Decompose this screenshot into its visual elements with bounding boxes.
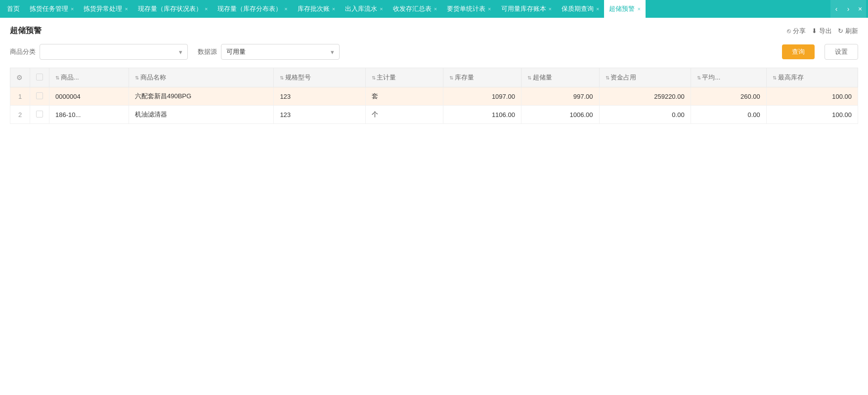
avg-price: 260.00 xyxy=(691,87,766,106)
th-product-code[interactable]: ⇅ 商品... xyxy=(49,68,129,87)
row-number: 2 xyxy=(10,106,30,124)
stock-qty: 1097.00 xyxy=(443,87,521,106)
close-icon[interactable]: × xyxy=(284,6,287,12)
refresh-icon: ↻ xyxy=(838,27,843,35)
nav-summary-table[interactable]: 收发存汇总表 × xyxy=(388,0,442,18)
page-content: 超储预警 ⎋ 分享 ⬇ 导出 ↻ 刷新 商品分类 ▾ 数据源 xyxy=(0,18,868,395)
nav-overstock-warning[interactable]: 超储预警 × xyxy=(604,0,645,18)
close-icon[interactable]: × xyxy=(637,6,640,12)
nav-next-button[interactable]: › xyxy=(842,0,854,18)
th-capital[interactable]: ⇅ 资金占用 xyxy=(599,68,691,87)
th-stock[interactable]: ⇅ 库存量 xyxy=(443,68,521,87)
product-spec: 123 xyxy=(274,87,365,106)
datasource-label: 数据源 xyxy=(198,47,217,56)
nav-order-stats[interactable]: 要货单统计表 × xyxy=(442,0,496,18)
avg-price: 0.00 xyxy=(691,106,766,124)
nav-close-all-button[interactable]: × xyxy=(854,0,866,18)
close-icon[interactable]: × xyxy=(549,6,552,12)
export-icon: ⬇ xyxy=(812,27,817,35)
query-button[interactable]: 查询 xyxy=(782,44,815,59)
chevron-down-icon: ▾ xyxy=(331,48,334,56)
category-filter-group: 商品分类 ▾ xyxy=(10,44,188,60)
category-select[interactable]: ▾ xyxy=(40,44,188,60)
overstock-qty: 997.00 xyxy=(521,87,599,106)
sort-icon: ⇅ xyxy=(449,75,455,80)
nav-inout-flow[interactable]: 出入库流水 × xyxy=(340,0,388,18)
settings-button[interactable]: 设置 xyxy=(825,44,858,60)
datasource-filter-group: 数据源 可用量 ▾ xyxy=(198,44,340,60)
product-unit: 个 xyxy=(365,106,443,124)
table-row: 2 186-10... 机油滤清器 123 个 1106.00 1006.00 … xyxy=(10,106,858,124)
max-stock: 100.00 xyxy=(766,106,858,124)
nav-available-stock[interactable]: 可用量库存账本 × xyxy=(496,0,557,18)
table-header-row: ⚙ ⇅ 商品... ⇅ 商品名称 ⇅ 规格型号 ⇅ xyxy=(10,68,858,87)
close-icon[interactable]: × xyxy=(434,6,437,12)
product-code: 0000004 xyxy=(49,87,129,106)
nav-stock-status[interactable]: 现存量（库存状况表） × xyxy=(133,0,213,18)
product-name: 机油滤清器 xyxy=(129,106,273,124)
filter-row: 商品分类 ▾ 数据源 可用量 ▾ 查询 设置 xyxy=(10,44,858,60)
th-spec[interactable]: ⇅ 规格型号 xyxy=(274,68,365,87)
nav-arrows: ‹ › × xyxy=(830,0,866,18)
gear-icon[interactable]: ⚙ xyxy=(16,74,23,81)
sort-icon: ⇅ xyxy=(697,75,702,80)
product-name: 六配套新昌490BPG xyxy=(129,87,273,106)
row-checkbox-cell xyxy=(30,106,49,124)
close-icon[interactable]: × xyxy=(332,6,335,12)
close-icon[interactable]: × xyxy=(205,6,208,12)
header-actions: ⎋ 分享 ⬇ 导出 ↻ 刷新 xyxy=(787,27,858,36)
capital-occupied: 0.00 xyxy=(599,106,691,124)
table-body: 1 0000004 六配套新昌490BPG 123 套 1097.00 997.… xyxy=(10,87,858,124)
th-unit[interactable]: ⇅ 主计量 xyxy=(365,68,443,87)
select-all-checkbox[interactable] xyxy=(36,74,43,80)
nav-quality-query[interactable]: 保质期查询 × xyxy=(557,0,604,18)
product-spec: 123 xyxy=(274,106,365,124)
page-title: 超储预警 xyxy=(10,26,42,36)
row-checkbox[interactable] xyxy=(36,111,43,118)
row-checkbox[interactable] xyxy=(36,92,43,99)
table-row: 1 0000004 六配套新昌490BPG 123 套 1097.00 997.… xyxy=(10,87,858,106)
sort-icon: ⇅ xyxy=(527,75,533,80)
datasource-select[interactable]: 可用量 ▾ xyxy=(221,44,340,60)
chevron-down-icon: ▾ xyxy=(179,48,182,56)
sort-icon: ⇅ xyxy=(135,75,140,80)
overstock-qty: 1006.00 xyxy=(521,106,599,124)
close-icon[interactable]: × xyxy=(125,6,128,12)
close-icon[interactable]: × xyxy=(71,6,74,12)
nav-exception-handling[interactable]: 拣货异常处理 × xyxy=(79,0,132,18)
data-table: ⚙ ⇅ 商品... ⇅ 商品名称 ⇅ 规格型号 ⇅ xyxy=(10,68,858,124)
close-icon[interactable]: × xyxy=(488,6,491,12)
nav-prev-button[interactable]: ‹ xyxy=(830,0,842,18)
top-navigation: 首页 拣货任务管理 × 拣货异常处理 × 现存量（库存状况表） × 现存量（库存… xyxy=(0,0,868,18)
row-checkbox-cell xyxy=(30,87,49,106)
sort-icon: ⇅ xyxy=(606,75,611,80)
sort-icon: ⇅ xyxy=(280,75,285,80)
th-overstock[interactable]: ⇅ 超储量 xyxy=(521,68,599,87)
export-button[interactable]: ⬇ 导出 xyxy=(812,27,832,36)
product-code: 186-10... xyxy=(49,106,129,124)
nav-stock-distribution[interactable]: 现存量（库存分布表） × xyxy=(213,0,292,18)
nav-batch-account[interactable]: 库存批次账 × xyxy=(293,0,340,18)
nav-task-management[interactable]: 拣货任务管理 × xyxy=(25,0,79,18)
th-product-name[interactable]: ⇅ 商品名称 xyxy=(129,68,273,87)
close-icon[interactable]: × xyxy=(596,6,599,12)
max-stock: 100.00 xyxy=(766,87,858,106)
sort-icon: ⇅ xyxy=(372,75,377,80)
datasource-selected-value: 可用量 xyxy=(226,47,246,56)
share-icon: ⎋ xyxy=(787,27,791,35)
capital-occupied: 259220.00 xyxy=(599,87,691,106)
sort-icon: ⇅ xyxy=(773,75,778,80)
page-header: 超储预警 ⎋ 分享 ⬇ 导出 ↻ 刷新 xyxy=(10,26,858,36)
th-settings: ⚙ xyxy=(10,68,30,87)
share-button[interactable]: ⎋ 分享 xyxy=(787,27,806,36)
product-unit: 套 xyxy=(365,87,443,106)
close-icon[interactable]: × xyxy=(380,6,383,12)
sort-icon: ⇅ xyxy=(55,75,61,80)
stock-qty: 1106.00 xyxy=(443,106,521,124)
row-number: 1 xyxy=(10,87,30,106)
th-max-stock[interactable]: ⇅ 最高库存 xyxy=(766,68,858,87)
refresh-button[interactable]: ↻ 刷新 xyxy=(838,27,858,36)
th-avg-price[interactable]: ⇅ 平均... xyxy=(691,68,766,87)
category-label: 商品分类 xyxy=(10,47,36,56)
nav-home[interactable]: 首页 xyxy=(2,0,25,18)
